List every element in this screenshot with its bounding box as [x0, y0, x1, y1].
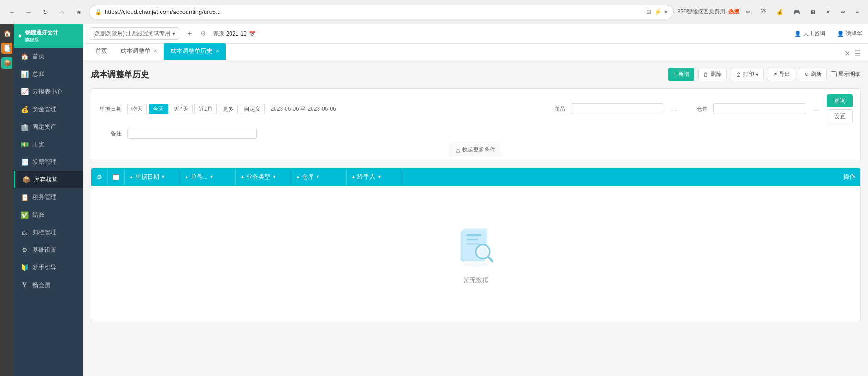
delete-btn[interactable]: 🗑 删除 — [698, 68, 727, 81]
sidebar-item-archive[interactable]: 🗂 归档管理 — [14, 224, 83, 241]
account-period-value: 2021-10 — [226, 31, 247, 37]
select-all-checkbox[interactable] — [113, 174, 119, 180]
icon-bar-active[interactable]: 📦 — [1, 57, 12, 69]
sidebar-item-tax[interactable]: 📋 税务管理 — [14, 188, 83, 206]
sidebar-item-home[interactable]: 🏠 首页 — [14, 48, 83, 65]
sidebar-item-funds[interactable]: 💰 资金管理 — [14, 100, 83, 118]
close-all-btn[interactable]: ✕ — [843, 47, 852, 60]
service-btn[interactable]: 👤 人工咨询 — [794, 30, 825, 38]
game-btn[interactable]: 🎮 — [790, 7, 804, 17]
goods-input[interactable] — [571, 103, 663, 114]
company-dropdown-icon: ▾ — [172, 31, 175, 37]
refresh-icon: ↻ — [804, 71, 809, 78]
svg-point-0 — [462, 262, 489, 267]
calendar-icon[interactable]: 📅 — [249, 31, 256, 37]
archive-icon: 🗂 — [20, 229, 29, 236]
sidebar-label-ledger: 总账 — [32, 70, 44, 78]
sidebar-item-salary[interactable]: 💵 工资 — [14, 136, 83, 153]
tab-home[interactable]: 首页 — [89, 43, 114, 60]
tab-cost-adjust[interactable]: 成本调整单 ✕ — [114, 43, 164, 60]
date-btn-yesterday[interactable]: 昨天 — [127, 104, 147, 114]
back-button[interactable]: ← — [6, 6, 19, 19]
goods-more-btn[interactable]: ... — [671, 105, 677, 113]
table-col-handler[interactable]: ▲ 经手人 ▼ — [347, 168, 402, 186]
print-btn[interactable]: 🖨 打印 ▾ — [731, 68, 764, 81]
collapse-label: 收起更多条件 — [462, 146, 495, 154]
table-col-settings[interactable]: ⚙ — [91, 168, 108, 186]
funds-icon: 💰 — [20, 106, 29, 113]
date-filter-btns: 昨天 今天 近7天 近1月 更多 自定义 — [127, 104, 265, 114]
col-handler-label: 经手人 — [357, 173, 375, 181]
refresh-button[interactable]: ↻ — [39, 6, 52, 19]
sidebar-item-settings[interactable]: ⚙ 基础设置 — [14, 241, 83, 259]
tab-cost-adjust-history[interactable]: 成本调整单历史 ✕ — [164, 43, 226, 60]
table-col-date[interactable]: ▲ 单据日期 ▼ — [125, 168, 180, 186]
table-col-num[interactable]: ▲ 单号... ▼ — [180, 168, 236, 186]
show-detail-label: 显示明细 — [838, 70, 861, 78]
table-col-warehouse[interactable]: ▲ 仓库 ▼ — [291, 168, 347, 186]
sidebar-item-closing[interactable]: ✅ 结账 — [14, 206, 83, 224]
filter-row-date: 单据日期 昨天 今天 近7天 近1月 更多 自定义 2023-06-06 至 2… — [99, 94, 853, 123]
sidebar-item-member[interactable]: V 畅会员 — [14, 276, 83, 294]
refresh-label: 刷新 — [811, 70, 822, 78]
col-num-label: 单号... — [191, 173, 208, 181]
user-area[interactable]: 👤 徐泽华 — [837, 30, 862, 38]
empty-text: 暂无数据 — [463, 276, 489, 285]
new-btn[interactable]: + 新增 — [668, 68, 694, 81]
undo-btn[interactable]: ↩ — [837, 7, 849, 17]
page-header: 成本调整单历史 + 新增 🗑 删除 🖨 打印 ▾ ↗ 导出 — [91, 68, 861, 81]
sidebar-label-closing: 结账 — [32, 211, 44, 219]
date-btn-more[interactable]: 更多 — [219, 104, 238, 114]
table-col-type[interactable]: ▲ 业务类型 ▼ — [236, 168, 291, 186]
tab-cost-adjust-history-close[interactable]: ✕ — [215, 48, 219, 54]
note-input[interactable] — [127, 128, 257, 139]
refresh-btn[interactable]: ↻ 刷新 — [799, 68, 827, 81]
menu-btn[interactable]: ≡ — [852, 7, 862, 17]
wallet-btn[interactable]: 💰 — [773, 7, 787, 17]
settings-icon: ⚙ — [20, 246, 29, 254]
export-btn[interactable]: ↗ 导出 — [768, 68, 795, 81]
sidebar: ✦ 畅捷通好会计 旗舰版 🏠 首页 📊 总账 📈 云报表中心 💰 资金管理 — [14, 24, 83, 376]
show-detail-checkbox-label[interactable]: 显示明细 — [831, 70, 861, 78]
date-btn-7days[interactable]: 近7天 — [170, 104, 193, 114]
sidebar-item-ledger[interactable]: 📊 总账 — [14, 65, 83, 83]
home-button[interactable]: ⌂ — [56, 6, 69, 19]
tab-cost-adjust-close[interactable]: ✕ — [153, 48, 157, 54]
window-menu-btn[interactable]: ☰ — [852, 47, 862, 60]
add-company-btn[interactable]: + — [183, 27, 196, 40]
icon-bar-orange[interactable]: 📑 — [1, 43, 12, 54]
forward-button[interactable]: → — [22, 6, 35, 19]
sidebar-item-invoice[interactable]: 🧾 发票管理 — [14, 153, 83, 171]
grid-btn[interactable]: ⊞ — [807, 7, 819, 17]
table-col-checkbox[interactable] — [108, 168, 125, 186]
filter-collapse-btn[interactable]: △ 收起更多条件 — [450, 144, 501, 156]
home-icon: 🏠 — [20, 53, 29, 60]
svg-rect-5 — [466, 243, 480, 244]
tax-icon: 📋 — [20, 194, 29, 201]
date-btn-today[interactable]: 今天 — [149, 104, 168, 114]
collapse-icon: △ — [456, 147, 460, 153]
date-btn-1month[interactable]: 近1月 — [194, 104, 217, 114]
brightness-btn[interactable]: ☀ — [822, 7, 834, 17]
scissors-btn[interactable]: ✂ — [742, 7, 754, 17]
warehouse-more-btn[interactable]: ... — [813, 105, 819, 113]
settings-icon-topbar[interactable]: ⚙ — [200, 30, 206, 37]
warehouse-input[interactable] — [713, 103, 806, 114]
lock-icon: 🔒 — [95, 9, 102, 15]
query-btn[interactable]: 查询 — [827, 94, 853, 107]
translate-btn[interactable]: 译 — [757, 6, 770, 18]
svg-rect-4 — [466, 239, 478, 240]
sidebar-label-inventory: 库存核算 — [34, 175, 58, 184]
date-btn-custom[interactable]: 自定义 — [240, 104, 265, 114]
filter-settings-btn[interactable]: 设置 — [827, 109, 853, 123]
show-detail-checkbox[interactable] — [831, 71, 837, 77]
sidebar-item-reports[interactable]: 📈 云报表中心 — [14, 83, 83, 100]
sidebar-item-guide[interactable]: 🔰 新手引导 — [14, 259, 83, 276]
sidebar-item-inventory[interactable]: 📦 库存核算 — [14, 171, 83, 188]
bookmark-button[interactable]: ★ — [72, 6, 85, 19]
address-bar[interactable]: 🔒 https://cloud.chanjet.com/accounting/u… — [89, 5, 674, 19]
sidebar-label-fixed-assets: 固定资产 — [32, 123, 56, 131]
sidebar-item-fixed-assets[interactable]: 🏢 固定资产 — [14, 118, 83, 136]
company-selector[interactable]: (勿删勿禁用) 江西服宝测试专用 ▾ — [89, 27, 179, 40]
icon-bar-home[interactable]: 🏠 — [1, 28, 12, 39]
